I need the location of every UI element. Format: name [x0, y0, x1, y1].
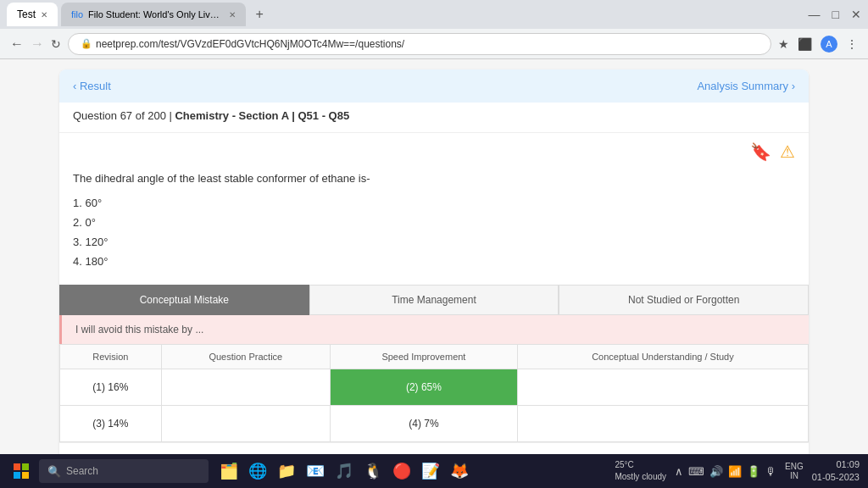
tab-label-filo: Filo Student: World's Only Live I...	[88, 9, 224, 19]
svg-rect-0	[14, 463, 20, 470]
cell-qp-2	[161, 406, 330, 442]
tab-close-filo[interactable]: ✕	[229, 10, 236, 19]
taskbar: 🔍 Search 🗂️ 🌐 📁 📧 🎵 🐧 🔴 📝 🦊 25°C Mostly …	[0, 454, 868, 488]
option-3: 3. 120°	[73, 236, 795, 248]
svg-rect-3	[22, 472, 29, 479]
tab-test[interactable]: Test ✕	[7, 3, 58, 26]
menu-icon[interactable]: ⋮	[846, 37, 858, 51]
table-row: (3) 14% (4) 7%	[60, 406, 809, 442]
taskbar-app-9[interactable]: 🦊	[448, 459, 471, 483]
cell-speed-1: (2) 65%	[330, 369, 517, 406]
search-icon: 🔍	[47, 465, 61, 478]
temperature: 25°C	[615, 459, 666, 471]
mic-icon[interactable]: 🎙	[765, 465, 776, 478]
taskbar-app-5[interactable]: 🎵	[332, 459, 356, 483]
taskbar-app-6[interactable]: 🐧	[361, 459, 385, 483]
cell-conceptual-2	[517, 406, 808, 442]
col-speed-improvement: Speed Improvement	[330, 345, 517, 369]
refresh-button[interactable]: ↻	[51, 37, 61, 51]
network-icon[interactable]: 📶	[728, 465, 742, 478]
analysis-summary-link[interactable]: Analysis Summary ›	[697, 80, 795, 92]
tab-close-test[interactable]: ✕	[41, 10, 47, 19]
bookmark-star-icon[interactable]: ★	[778, 37, 789, 51]
weather-condition: Mostly cloudy	[615, 471, 666, 483]
svg-rect-2	[14, 472, 20, 479]
lang-name: ENG	[785, 462, 804, 471]
window-maximize[interactable]: □	[832, 8, 839, 21]
taskbar-search[interactable]: 🔍 Search	[39, 459, 209, 483]
mistake-banner: I will avoid this mistake by ...	[59, 315, 809, 344]
extensions-icon[interactable]: ⬛	[798, 37, 812, 51]
start-button[interactable]	[8, 458, 34, 484]
forward-button[interactable]: →	[31, 36, 44, 52]
lang-region: IN	[790, 471, 798, 480]
cell-revision-2: (3) 14%	[60, 406, 162, 442]
time-display: 01:09	[812, 458, 860, 471]
option-2: 2. 0°	[73, 216, 795, 229]
improvement-table: Revision Question Practice Speed Improve…	[59, 344, 809, 442]
url-text: neetprep.com/test/VGVzdEF0dGVtcHQ6NjM0OT…	[96, 38, 404, 50]
language-indicator: ENG IN	[785, 462, 804, 480]
tab-filo[interactable]: filo Filo Student: World's Only Live I..…	[61, 3, 246, 26]
up-arrow-icon[interactable]: ∧	[675, 465, 683, 478]
taskbar-pinned-apps: 🗂️ 🌐 📁 📧 🎵 🐧 🔴 📝 🦊	[217, 459, 471, 483]
keyboard-icon[interactable]: ⌨	[688, 465, 704, 478]
taskbar-app-3[interactable]: 📁	[275, 459, 298, 483]
option-4: 4. 180°	[73, 255, 795, 268]
lock-icon: 🔒	[81, 38, 92, 49]
taskbar-app-7[interactable]: 🔴	[390, 459, 414, 483]
taskbar-app-1[interactable]: 🗂️	[217, 459, 241, 483]
option-1: 1. 60°	[73, 197, 795, 209]
back-to-result-link[interactable]: ‹ Result	[73, 80, 111, 92]
window-close[interactable]: ✕	[851, 8, 861, 21]
tab-time-management[interactable]: Time Management	[309, 285, 559, 315]
question-header: Question 67 of 200 | Question 67 of 200 …	[59, 103, 809, 133]
question-text: The dihedral angle of the least stable c…	[73, 172, 795, 185]
taskbar-app-8[interactable]: 📝	[419, 459, 442, 483]
cell-qp-1	[161, 369, 330, 406]
search-label: Search	[66, 465, 98, 477]
category-tabs: Conceptual Mistake Time Management Not S…	[59, 285, 809, 315]
date-display: 01-05-2023	[812, 471, 860, 484]
new-tab-button[interactable]: +	[249, 4, 270, 25]
col-question-practice: Question Practice	[161, 345, 330, 369]
warning-icon[interactable]: ⚠	[780, 141, 795, 162]
svg-rect-1	[22, 463, 29, 470]
options-list: 1. 60° 2. 0° 3. 120° 4. 180°	[73, 197, 795, 268]
tab-not-studied[interactable]: Not Studied or Forgotten	[559, 285, 809, 315]
filo-icon: filo	[71, 9, 83, 19]
speaker-icon[interactable]: 🔊	[709, 465, 723, 478]
back-button[interactable]: ←	[10, 36, 24, 52]
cell-conceptual-1	[517, 369, 808, 406]
taskbar-app-2[interactable]: 🌐	[246, 459, 270, 483]
battery-icon[interactable]: 🔋	[747, 465, 760, 478]
tab-label: Test	[17, 8, 36, 20]
taskbar-app-4[interactable]: 📧	[303, 459, 327, 483]
question-info: Question 67 of 200 | Question 67 of 200 …	[73, 109, 349, 122]
system-icons: ∧ ⌨ 🔊 📶 🔋 🎙	[675, 465, 776, 478]
bookmark-icon[interactable]: 🔖	[750, 141, 771, 162]
tab-conceptual-mistake[interactable]: Conceptual Mistake	[59, 285, 309, 315]
clock: 01:09 01-05-2023	[812, 458, 860, 485]
window-minimize[interactable]: —	[809, 8, 821, 21]
cell-speed-2: (4) 7%	[330, 406, 517, 442]
address-bar-url[interactable]: 🔒 neetprep.com/test/VGVzdEF0dGVtcHQ6NjM0…	[68, 33, 771, 55]
table-row: (1) 16% (2) 65%	[60, 369, 809, 406]
weather-widget: 25°C Mostly cloudy	[615, 459, 666, 483]
taskbar-system-tray: 25°C Mostly cloudy ∧ ⌨ 🔊 📶 🔋 🎙 ENG IN 01…	[615, 458, 860, 485]
cell-revision-1: (1) 16%	[60, 369, 162, 406]
col-conceptual: Conceptual Understanding / Study	[517, 345, 808, 369]
col-revision: Revision	[60, 345, 162, 369]
profile-icon[interactable]: A	[821, 36, 837, 53]
